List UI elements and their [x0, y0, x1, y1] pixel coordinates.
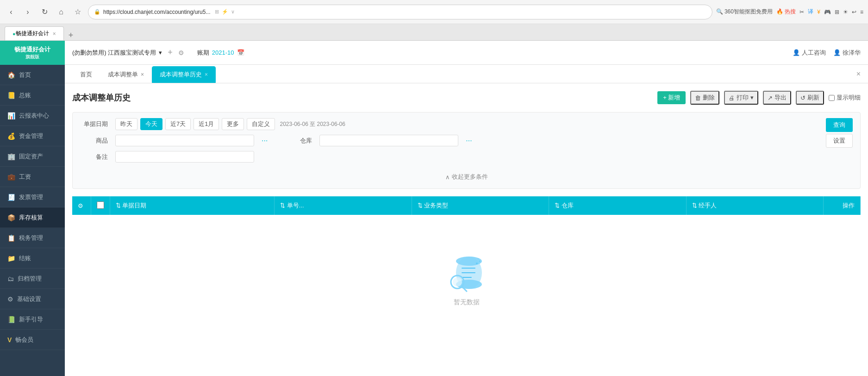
- today-btn[interactable]: 今天: [140, 118, 162, 130]
- sidebar-item-guide[interactable]: 📗 新手引导: [0, 309, 65, 330]
- more-btn[interactable]: 更多: [222, 118, 244, 130]
- add-company-btn[interactable]: +: [168, 48, 173, 57]
- page-tabs: 首页 成本调整单 × 成本调整单历史 × ×: [65, 65, 868, 83]
- col-date-header[interactable]: ⇅ 单据日期: [110, 196, 275, 215]
- period-value: 2021-10: [212, 49, 234, 56]
- sidebar-item-invoice[interactable]: 🧾 发票管理: [0, 187, 65, 207]
- tool5[interactable]: ⊞: [835, 9, 839, 15]
- tool7[interactable]: ↩: [852, 9, 856, 15]
- sidebar-item-funds[interactable]: 💰 资金管理: [0, 126, 65, 146]
- home-button[interactable]: ⌂: [55, 6, 68, 19]
- company-selector[interactable]: (勿删勿禁用) 江西服宝测试专用 ▾: [72, 49, 162, 57]
- goods-more-btn[interactable]: ···: [262, 137, 268, 145]
- empty-text: 暂无数据: [454, 298, 480, 307]
- week7-btn[interactable]: 近7天: [165, 118, 191, 130]
- sidebar-label-invoice: 发票管理: [19, 193, 43, 201]
- month1-btn[interactable]: 近1月: [194, 118, 219, 130]
- tool2[interactable]: 译: [808, 8, 813, 16]
- sidebar-item-fixed[interactable]: 🏢 固定资产: [0, 146, 65, 167]
- sidebar-item-closing[interactable]: 📁 结账: [0, 248, 65, 269]
- salary-icon: 💼: [7, 173, 15, 181]
- company-settings-icon[interactable]: ⚙: [178, 49, 184, 56]
- sidebar-item-ledger[interactable]: 📒 总账: [0, 85, 65, 106]
- warehouse-more-btn[interactable]: ···: [466, 137, 472, 145]
- bookmark-button[interactable]: ☆: [71, 6, 84, 19]
- sidebar-item-settings[interactable]: ⚙ 基础设置: [0, 289, 65, 309]
- browser-tab[interactable]: ● 畅捷通好会计 ×: [5, 26, 64, 40]
- new-tab-btn[interactable]: +: [65, 31, 77, 40]
- sidebar-item-reports[interactable]: 📊 云报表中心: [0, 106, 65, 126]
- filter-goods-row: 商品 ··· 仓库 ···: [80, 135, 813, 146]
- date-filter-label: 单据日期: [80, 120, 108, 128]
- home-icon: 🏠: [7, 71, 15, 79]
- tool4[interactable]: 🎮: [824, 9, 831, 15]
- close-all-btn[interactable]: ×: [856, 70, 861, 78]
- print-button[interactable]: 🖨 打印 ▾: [724, 91, 758, 105]
- reload-button[interactable]: ↻: [38, 6, 51, 19]
- calendar-icon[interactable]: 📅: [237, 49, 244, 56]
- export-button[interactable]: ↗ 导出: [763, 91, 791, 105]
- close-tab-history[interactable]: ×: [205, 71, 208, 78]
- collapse-button[interactable]: ∧ 收起更多条件: [443, 171, 490, 183]
- user-profile-btn[interactable]: 👤 徐泽华: [833, 49, 861, 57]
- show-detail-toggle[interactable]: 显示明细: [829, 94, 861, 102]
- search-tool[interactable]: 🔍 360智能抠图免费用: [716, 8, 773, 16]
- consult-btn[interactable]: 👤 人工咨询: [793, 49, 826, 57]
- settings-icon: ⚙: [7, 295, 13, 303]
- svg-point-10: [479, 261, 480, 262]
- toolbar: + 新增 🗑 🗑 删除 删除 🖨 打印 ▾ ↗ 导出: [657, 91, 861, 105]
- main-content: (勿删勿禁用) 江西服宝测试专用 ▾ + ⚙ 账期 2021-10 📅 👤 人工…: [65, 41, 868, 376]
- tool6[interactable]: ☀: [843, 9, 848, 15]
- tool3[interactable]: ¥: [817, 9, 820, 15]
- custom-btn[interactable]: 自定义: [247, 118, 275, 130]
- yesterday-btn[interactable]: 昨天: [115, 118, 137, 130]
- warehouse-input[interactable]: [319, 135, 458, 146]
- col-warehouse-header[interactable]: ⇅ 仓库: [549, 196, 686, 215]
- refresh-button[interactable]: ↺ 刷新: [796, 91, 824, 105]
- show-detail-checkbox[interactable]: [829, 95, 835, 101]
- tab-cost-adjust-history[interactable]: 成本调整单历史 ×: [152, 66, 216, 83]
- empty-illustration: [443, 252, 490, 298]
- filter-settings-button[interactable]: 设置: [826, 134, 853, 148]
- date-range-display: 2023-06-06 至 2023-06-06: [280, 120, 345, 128]
- sidebar-label-funds: 资金管理: [19, 132, 43, 140]
- col-settings-header[interactable]: ⚙: [72, 196, 91, 215]
- sidebar-item-archive[interactable]: 🗂 归档管理: [0, 269, 65, 289]
- avatar-icon: 👤: [833, 49, 841, 56]
- sidebar-item-inventory[interactable]: 📦 库存核算: [0, 207, 65, 228]
- tab-home[interactable]: 首页: [72, 66, 100, 83]
- hot-search[interactable]: 🔥 热搜: [776, 8, 796, 16]
- col-person-header[interactable]: ⇅ 经手人: [686, 196, 823, 215]
- tax-icon: 📋: [7, 234, 15, 242]
- collapse-up-icon: ∧: [445, 174, 450, 181]
- sidebar-item-salary[interactable]: 💼 工资: [0, 167, 65, 187]
- query-button[interactable]: 查询: [826, 118, 853, 132]
- col-checkbox-header[interactable]: [91, 196, 110, 215]
- address-bar[interactable]: 🔒 https://cloud.chanjet.com/accounting/u…: [88, 5, 712, 19]
- col-type-header[interactable]: ⇅ 业务类型: [412, 196, 549, 215]
- back-button[interactable]: ‹: [5, 6, 18, 19]
- sidebar-item-tax[interactable]: 📋 税务管理: [0, 228, 65, 248]
- sidebar-label-reports: 云报表中心: [19, 112, 49, 120]
- sidebar-label-closing: 结账: [19, 254, 31, 263]
- sidebar-item-home[interactable]: 🏠 首页: [0, 65, 65, 85]
- tool8[interactable]: ≡: [860, 9, 863, 15]
- col-num-header[interactable]: ⇅ 单号...: [275, 196, 412, 215]
- goods-input[interactable]: [115, 135, 254, 146]
- delete-button[interactable]: 🗑 🗑 删除 删除: [690, 91, 719, 105]
- sidebar-label-ledger: 总账: [19, 91, 31, 100]
- remark-input[interactable]: [115, 151, 254, 163]
- forward-button[interactable]: ›: [21, 6, 34, 19]
- svg-point-7: [453, 277, 462, 287]
- tab-cost-adjust[interactable]: 成本调整单 ×: [100, 66, 152, 83]
- data-table: ⚙ ⇅ 单据日期 ⇅ 单号...: [72, 196, 861, 215]
- select-all-checkbox[interactable]: [97, 201, 104, 209]
- svg-point-1: [456, 257, 482, 266]
- period-info: 账期 2021-10 📅: [197, 49, 244, 57]
- sidebar-logo: 畅捷通好会计 旗舰版: [0, 41, 65, 65]
- sidebar-item-vip[interactable]: V 畅会员: [0, 330, 65, 350]
- tool1[interactable]: ✂: [799, 9, 804, 15]
- new-button[interactable]: + 新增: [657, 91, 686, 104]
- close-tab-cost-adjust[interactable]: ×: [141, 71, 144, 78]
- company-dropdown-icon: ▾: [159, 49, 162, 56]
